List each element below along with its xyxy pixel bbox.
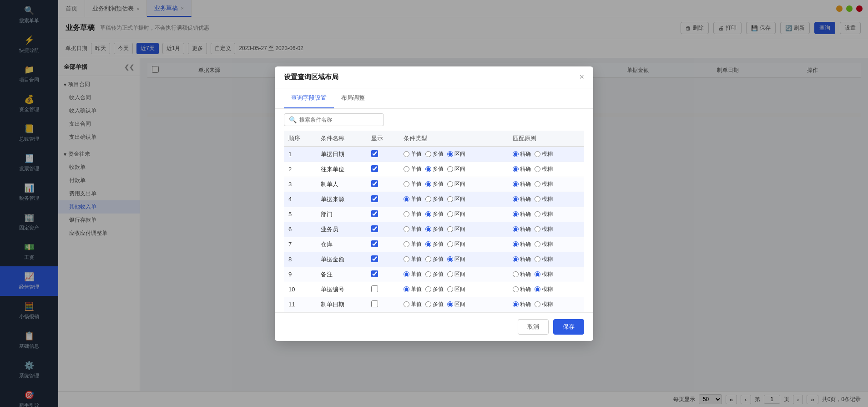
radio-type-range[interactable]: 区间 (447, 225, 465, 233)
show-checkbox[interactable] (371, 210, 378, 217)
radio-input-type-multi[interactable] (425, 241, 431, 247)
radio-match-fuzzy[interactable]: 模糊 (535, 240, 553, 248)
radio-match-exact[interactable]: 精确 (513, 270, 531, 278)
radio-type-single[interactable]: 单值 (404, 285, 422, 293)
radio-input-type-single[interactable] (404, 256, 409, 262)
radio-input-type-single[interactable] (404, 211, 409, 217)
radio-input-type-range[interactable] (447, 271, 453, 277)
radio-input-match-fuzzy[interactable] (535, 151, 540, 157)
radio-match-exact[interactable]: 精确 (513, 300, 531, 308)
radio-input-type-range[interactable] (447, 301, 453, 307)
radio-match-exact[interactable]: 精确 (513, 225, 531, 233)
radio-type-range[interactable]: 区间 (447, 210, 465, 218)
show-checkbox[interactable] (371, 150, 378, 157)
show-checkbox[interactable] (371, 270, 378, 277)
radio-type-single[interactable]: 单值 (404, 195, 422, 203)
radio-input-type-range[interactable] (447, 241, 453, 247)
radio-input-match-fuzzy[interactable] (535, 211, 540, 217)
radio-match-exact[interactable]: 精确 (513, 150, 531, 158)
radio-match-fuzzy[interactable]: 模糊 (535, 255, 553, 263)
radio-input-match-exact[interactable] (513, 271, 519, 277)
radio-input-type-range[interactable] (447, 151, 453, 157)
radio-type-multi[interactable]: 多值 (425, 180, 444, 188)
radio-match-fuzzy[interactable]: 模糊 (535, 285, 553, 293)
radio-input-type-single[interactable] (404, 196, 409, 202)
radio-input-type-range[interactable] (447, 286, 453, 292)
radio-match-fuzzy[interactable]: 模糊 (535, 150, 553, 158)
radio-input-type-multi[interactable] (425, 301, 431, 307)
radio-input-match-fuzzy[interactable] (535, 301, 540, 307)
radio-match-fuzzy[interactable]: 模糊 (535, 165, 553, 173)
radio-input-type-multi[interactable] (425, 196, 431, 202)
cancel-button[interactable]: 取消 (518, 319, 549, 335)
radio-match-exact[interactable]: 精确 (513, 255, 531, 263)
radio-input-match-exact[interactable] (513, 241, 519, 247)
radio-type-range[interactable]: 区间 (447, 270, 465, 278)
modal-close-button[interactable]: × (579, 73, 584, 81)
search-input[interactable] (299, 117, 379, 123)
radio-input-match-fuzzy[interactable] (535, 286, 540, 292)
radio-input-type-range[interactable] (447, 166, 453, 172)
radio-type-range[interactable]: 区间 (447, 150, 465, 158)
show-checkbox[interactable] (371, 195, 378, 202)
show-checkbox[interactable] (371, 255, 378, 262)
radio-type-multi[interactable]: 多值 (425, 210, 444, 218)
radio-match-fuzzy[interactable]: 模糊 (535, 225, 553, 233)
radio-match-fuzzy[interactable]: 模糊 (535, 210, 553, 218)
radio-input-type-range[interactable] (447, 211, 453, 217)
show-checkbox[interactable] (371, 180, 378, 187)
radio-type-range[interactable]: 区间 (447, 285, 465, 293)
radio-match-exact[interactable]: 精确 (513, 285, 531, 293)
radio-input-type-multi[interactable] (425, 226, 431, 232)
radio-input-type-single[interactable] (404, 241, 409, 247)
radio-input-type-range[interactable] (447, 196, 453, 202)
radio-input-match-fuzzy[interactable] (535, 241, 540, 247)
radio-type-single[interactable]: 单值 (404, 255, 422, 263)
radio-type-multi[interactable]: 多值 (425, 300, 444, 308)
radio-type-single[interactable]: 单值 (404, 225, 422, 233)
radio-type-multi[interactable]: 多值 (425, 240, 444, 248)
radio-match-exact[interactable]: 精确 (513, 240, 531, 248)
radio-input-type-multi[interactable] (425, 256, 431, 262)
radio-type-multi[interactable]: 多值 (425, 150, 444, 158)
radio-type-multi[interactable]: 多值 (425, 195, 444, 203)
show-checkbox[interactable] (371, 285, 378, 292)
radio-type-single[interactable]: 单值 (404, 240, 422, 248)
radio-type-single[interactable]: 单值 (404, 300, 422, 308)
radio-input-type-range[interactable] (447, 256, 453, 262)
radio-input-type-single[interactable] (404, 271, 409, 277)
radio-type-single[interactable]: 单值 (404, 150, 422, 158)
radio-input-type-single[interactable] (404, 181, 409, 187)
radio-match-fuzzy[interactable]: 模糊 (535, 180, 553, 188)
show-checkbox[interactable] (371, 165, 378, 172)
radio-input-type-multi[interactable] (425, 181, 431, 187)
radio-type-multi[interactable]: 多值 (425, 285, 444, 293)
radio-match-exact[interactable]: 精确 (513, 180, 531, 188)
radio-match-fuzzy[interactable]: 模糊 (535, 270, 553, 278)
radio-type-multi[interactable]: 多值 (425, 225, 444, 233)
radio-type-range[interactable]: 区间 (447, 255, 465, 263)
radio-input-match-exact[interactable] (513, 226, 519, 232)
radio-match-exact[interactable]: 精确 (513, 195, 531, 203)
radio-type-multi[interactable]: 多值 (425, 165, 444, 173)
radio-input-type-multi[interactable] (425, 271, 431, 277)
radio-input-match-fuzzy[interactable] (535, 181, 540, 187)
radio-input-match-exact[interactable] (513, 256, 519, 262)
radio-input-match-fuzzy[interactable] (535, 166, 540, 172)
radio-type-range[interactable]: 区间 (447, 300, 465, 308)
radio-type-range[interactable]: 区间 (447, 165, 465, 173)
radio-match-fuzzy[interactable]: 模糊 (535, 195, 553, 203)
radio-input-type-range[interactable] (447, 181, 453, 187)
radio-input-match-fuzzy[interactable] (535, 256, 540, 262)
radio-input-match-exact[interactable] (513, 301, 519, 307)
show-checkbox[interactable] (371, 300, 378, 307)
radio-match-exact[interactable]: 精确 (513, 210, 531, 218)
radio-type-single[interactable]: 单值 (404, 165, 422, 173)
radio-type-range[interactable]: 区间 (447, 240, 465, 248)
radio-input-match-fuzzy[interactable] (535, 196, 540, 202)
show-checkbox[interactable] (371, 225, 378, 232)
radio-input-match-exact[interactable] (513, 211, 519, 217)
radio-input-type-multi[interactable] (425, 286, 431, 292)
save-settings-button[interactable]: 保存 (553, 319, 584, 335)
radio-input-type-range[interactable] (447, 226, 453, 232)
